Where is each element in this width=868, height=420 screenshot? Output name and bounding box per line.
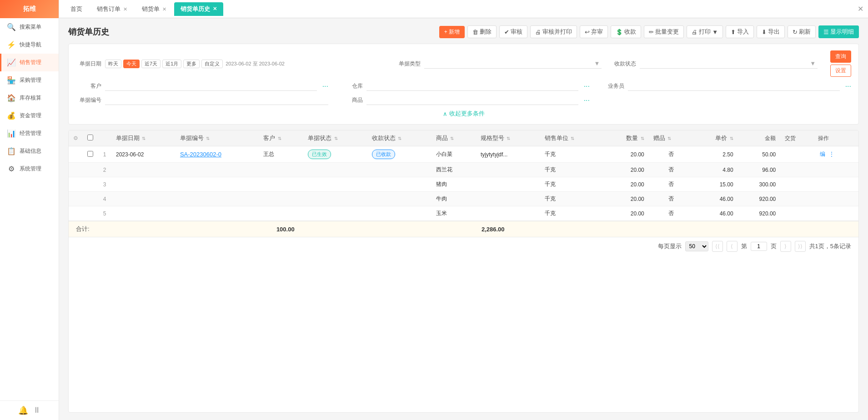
batch-change-button[interactable]: ✏ 批量变更 xyxy=(644,25,684,38)
sidebar-item-label: 资金管理 xyxy=(20,112,41,120)
tab-sales-history-close[interactable]: ✕ xyxy=(213,6,217,12)
collect-button[interactable]: 💲 收款 xyxy=(611,25,641,38)
sidebar-item-system[interactable]: ⚙ 系统管理 xyxy=(0,160,59,178)
show-detail-button[interactable]: ☰ 显示明细 xyxy=(818,25,859,38)
table-cell-16[interactable] xyxy=(813,177,858,192)
table-cell-5 xyxy=(259,192,303,206)
tab-home[interactable]: 首页 xyxy=(64,2,89,16)
export-button[interactable]: ⬇ 导出 xyxy=(757,25,785,38)
date-btn-7days[interactable]: 近7天 xyxy=(141,60,161,68)
type-label: 单据类型 xyxy=(395,60,421,68)
type-select[interactable]: ▼ xyxy=(424,59,602,69)
tab-sales-history[interactable]: 销货单历史 ✕ xyxy=(174,2,223,16)
new-button[interactable]: + 新增 xyxy=(439,26,465,38)
sidebar-item-finance[interactable]: 💰 资金管理 xyxy=(0,107,59,125)
th-pay-status[interactable]: 收款状态 ⇅ xyxy=(367,130,431,146)
query-button[interactable]: 查询 xyxy=(830,50,851,63)
table-cell-4[interactable]: SA-20230602-0 xyxy=(176,146,259,163)
th-gift[interactable]: 赠品 ⇅ xyxy=(649,130,693,146)
th-unit[interactable]: 销售单位 ⇅ xyxy=(540,130,604,146)
table-cell-4[interactable] xyxy=(176,192,259,206)
date-btn-more[interactable]: 更多 xyxy=(183,60,200,68)
table-cell-4[interactable] xyxy=(176,177,259,192)
date-btn-today[interactable]: 今天 xyxy=(123,60,140,68)
warehouse-select-icon[interactable]: ··· xyxy=(584,82,590,90)
edit-btn[interactable]: 编 xyxy=(818,150,827,159)
table-cell-16[interactable]: 编⋮ xyxy=(813,146,858,163)
next-page-btn[interactable]: ⟩ xyxy=(780,241,791,252)
table-cell-4[interactable] xyxy=(176,206,259,221)
table-cell-14: 300.00 xyxy=(738,177,781,192)
goods-select-icon[interactable]: ··· xyxy=(584,96,590,105)
table-cell-1[interactable] xyxy=(83,177,98,192)
table-cell-16[interactable] xyxy=(813,192,858,206)
customer-select-icon[interactable]: ··· xyxy=(322,82,328,90)
warehouse-input[interactable] xyxy=(366,81,578,91)
pause-icon[interactable]: ⏸ xyxy=(33,405,41,415)
page-content: 销货单历史 + 新增 🗑 删除 ✔ 审核 🖨 审核并打印 ↩ 弃审 xyxy=(59,18,868,420)
th-spec[interactable]: 规格型号 ⇅ xyxy=(476,130,540,146)
page-input[interactable] xyxy=(751,242,767,251)
table-cell-3: 2023-06-02 xyxy=(111,146,176,163)
per-page-select[interactable]: 50 100 200 xyxy=(685,241,708,251)
tab-sales-goods[interactable]: 销货单 ✕ xyxy=(135,2,173,16)
last-page-btn[interactable]: ⟩⟩ xyxy=(795,241,806,252)
table-cell-16[interactable] xyxy=(813,163,858,177)
table-cell-4[interactable] xyxy=(176,163,259,177)
notification-icon[interactable]: 🔔 xyxy=(18,405,28,415)
tabs-bar-close-btn[interactable]: ✕ xyxy=(858,5,863,13)
sidebar-item-inventory[interactable]: 🏠 库存核算 xyxy=(0,89,59,107)
table-cell-1[interactable] xyxy=(83,163,98,177)
date-btn-custom[interactable]: 自定义 xyxy=(201,60,223,68)
tab-sales-goods-close[interactable]: ✕ xyxy=(162,6,166,12)
import-button[interactable]: ⬆ 导入 xyxy=(726,25,754,38)
table-cell-0 xyxy=(69,177,83,192)
date-btn-yesterday[interactable]: 昨天 xyxy=(105,60,121,68)
tab-sales-order-close[interactable]: ✕ xyxy=(123,6,127,12)
abandon-button[interactable]: ↩ 弃审 xyxy=(580,25,608,38)
th-date[interactable]: 单据日期 ⇅ xyxy=(111,130,176,146)
refresh-button[interactable]: ↻ 刷新 xyxy=(788,25,816,38)
page-label-pre: 第 xyxy=(741,242,747,250)
date-btn-1month[interactable]: 近1月 xyxy=(162,60,181,68)
customer-input[interactable] xyxy=(105,81,317,91)
table-settings-th[interactable]: ⚙ xyxy=(69,130,83,146)
th-goods[interactable]: 商品 ⇅ xyxy=(431,130,476,146)
sidebar-item-business[interactable]: 📊 经营管理 xyxy=(0,125,59,142)
table-checkbox-th[interactable] xyxy=(83,130,98,146)
th-customer[interactable]: 客户 ⇅ xyxy=(259,130,303,146)
delete-button[interactable]: 🗑 删除 xyxy=(467,25,497,38)
table-row: 3猪肉千克20.00否15.00300.00 xyxy=(69,177,858,192)
more-btn[interactable]: ⋮ xyxy=(827,150,836,158)
audit-button[interactable]: ✔ 审核 xyxy=(499,25,527,38)
staff-select-icon[interactable]: ··· xyxy=(845,82,851,90)
table-cell-1[interactable] xyxy=(83,206,98,221)
sidebar-item-sales[interactable]: 📈 销售管理 xyxy=(0,54,59,71)
audit-print-button[interactable]: 🖨 审核并打印 xyxy=(530,25,577,38)
goods-input[interactable] xyxy=(366,95,578,105)
first-page-btn[interactable]: ⟨⟨ xyxy=(712,241,723,252)
doc-no-link[interactable]: SA-20230602-0 xyxy=(180,151,221,158)
th-doc-status[interactable]: 单据状态 ⇅ xyxy=(303,130,367,146)
select-all-checkbox[interactable] xyxy=(87,135,93,140)
table-cell-1[interactable] xyxy=(83,146,98,163)
th-price[interactable]: 单价 ⇅ xyxy=(693,130,738,146)
sidebar-item-search[interactable]: 🔍 搜索菜单 xyxy=(0,18,59,36)
docno-field: 单据编号 xyxy=(76,95,328,105)
table-cell-16[interactable] xyxy=(813,206,858,221)
settings-button[interactable]: 设置 xyxy=(830,65,851,77)
sidebar-item-quick-nav[interactable]: ⚡ 快捷导航 xyxy=(0,36,59,54)
status-select[interactable]: ▼ xyxy=(640,59,818,69)
docno-input[interactable] xyxy=(105,95,328,105)
tab-sales-order[interactable]: 销售订单 ✕ xyxy=(90,2,134,16)
table-cell-1[interactable] xyxy=(83,192,98,206)
th-qty[interactable]: 数量 ⇅ xyxy=(604,130,649,146)
th-doc-no[interactable]: 单据编号 ⇅ xyxy=(176,130,259,146)
sidebar-item-base-info[interactable]: 📋 基础信息 xyxy=(0,142,59,160)
prev-page-btn[interactable]: ⟨ xyxy=(727,241,738,252)
print-button[interactable]: 🖨 打印 ▼ xyxy=(687,25,723,38)
sidebar-item-purchase[interactable]: 🏪 采购管理 xyxy=(0,71,59,89)
staff-input[interactable] xyxy=(628,81,840,91)
row-checkbox[interactable] xyxy=(87,151,93,157)
collapse-button[interactable]: ∧ 收起更多条件 xyxy=(76,110,851,118)
